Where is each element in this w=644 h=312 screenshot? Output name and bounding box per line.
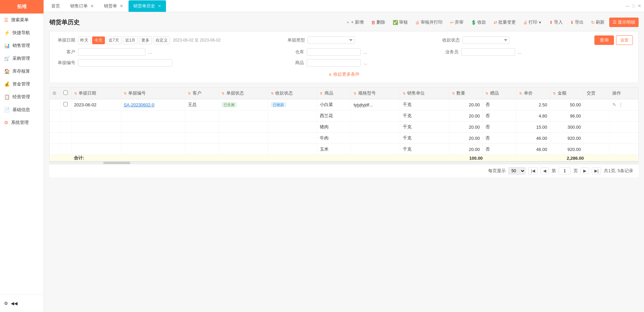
tab-sales-history[interactable]: 销货单历史 ✕ <box>129 0 166 12</box>
row-checkbox <box>60 144 71 155</box>
prev-page-button[interactable]: ◀ <box>540 167 549 174</box>
tab-sales-order[interactable]: 销售订单 ✕ <box>65 0 99 12</box>
filter-payment-status-group: 收款状态 <box>440 36 589 44</box>
sales-unit-col-header[interactable]: ⇅ 销售单位 <box>400 87 449 99</box>
date-btn-today[interactable]: 今天 <box>92 36 105 44</box>
warehouse-label: 仓库 <box>284 49 304 55</box>
export-button[interactable]: ⬇ 导出 <box>567 18 586 27</box>
amount-col-header[interactable]: ⇅ 金额 <box>550 87 584 99</box>
discard-button[interactable]: ↩ 弃审 <box>447 18 466 27</box>
row-doc-no <box>121 144 185 155</box>
refresh-button[interactable]: ↻ 刷新 <box>588 18 607 27</box>
sort-icon-goods: ⇅ <box>320 92 323 95</box>
doc-no-input[interactable] <box>78 59 172 67</box>
last-page-button[interactable]: ▶| <box>592 167 601 174</box>
sidebar-item-search-menu[interactable]: ☰ 搜索菜单 <box>0 14 44 26</box>
doc-type-select[interactable] <box>308 36 355 44</box>
tab-close-sales-history[interactable]: ✕ <box>158 4 161 8</box>
row-transaction <box>584 133 610 144</box>
sidebar-item-system-mgmt[interactable]: ⚙ 系统管理 <box>0 116 44 129</box>
close-icon[interactable]: ✕ <box>638 3 641 8</box>
salesperson-input[interactable] <box>461 48 515 56</box>
doc-status-col-header[interactable]: ⇅ 单据状态 <box>219 87 268 99</box>
tab-close-sales-goods[interactable]: ✕ <box>120 4 123 8</box>
delete-button[interactable]: 🗑 删除 <box>368 18 388 27</box>
row-doc-date <box>71 122 121 133</box>
row-sales-unit: 千克 <box>400 99 449 110</box>
page-size-select[interactable]: 50 10 20 100 <box>508 167 526 175</box>
filter-settings-button[interactable]: 设置 <box>616 35 633 45</box>
spec-col-header[interactable]: ⇅ 规格型号 <box>351 87 400 99</box>
select-all-checkbox[interactable] <box>63 90 68 95</box>
gift-col-header[interactable]: ⇅ 赠品 <box>483 87 516 99</box>
sidebar-item-basic-info[interactable]: 📄 基础信息 <box>0 103 44 116</box>
maximize-icon[interactable]: □ <box>632 3 635 8</box>
salesperson-ellipsis-btn[interactable]: ... <box>518 49 522 55</box>
row-sales-unit: 千克 <box>400 133 449 144</box>
minimize-icon[interactable]: — <box>625 3 629 8</box>
import-button[interactable]: ⬆ 导入 <box>547 18 565 27</box>
new-button[interactable]: ＋ + 新增 <box>343 18 366 27</box>
row-checkbox <box>60 110 71 122</box>
print-button[interactable]: 🖨 打印 ▼ <box>521 18 544 27</box>
sidebar-item-inventory-calc[interactable]: 🏠 库存核算 <box>0 65 44 78</box>
totals-unit-price <box>516 155 550 161</box>
row-amount: 920.00 <box>550 133 584 144</box>
settings-col-header[interactable]: ⚙ <box>50 87 60 99</box>
sidebar-item-quick-nav[interactable]: ⚡ 快捷导航 <box>0 26 44 39</box>
edit-action-icon[interactable]: ✎ <box>612 102 616 107</box>
warehouse-ellipsis-btn[interactable]: ... <box>363 49 367 55</box>
tab-home[interactable]: 首页 <box>47 0 65 12</box>
next-page-button[interactable]: ▶ <box>581 167 589 174</box>
goods-ellipsis-btn[interactable]: ... <box>363 60 367 66</box>
customer-ellipsis-btn[interactable]: ... <box>148 49 152 55</box>
collapse-button[interactable]: ∧ 收起更多条件 <box>329 70 360 79</box>
sidebar-item-operation-mgmt[interactable]: 📋 经营管理 <box>0 90 44 103</box>
row-customer <box>185 133 219 144</box>
batch-change-button[interactable]: ⇄ 批量变更 <box>491 18 519 27</box>
qty-col-header[interactable]: ⇅ 数量 <box>449 87 483 99</box>
tab-sales-goods[interactable]: 销货单 ✕ <box>99 0 128 12</box>
doc-no-link[interactable]: SA-20230602-0 <box>124 102 155 107</box>
date-btn-7days[interactable]: 近7天 <box>106 36 121 44</box>
date-btn-yesterday[interactable]: 昨天 <box>78 36 91 44</box>
totals-amount: 2,286.00 <box>550 155 584 161</box>
date-btn-1month[interactable]: 近1月 <box>123 36 138 44</box>
collect-icon: 💲 <box>471 20 476 25</box>
page-number-input[interactable] <box>559 167 571 174</box>
query-button[interactable]: 查询 <box>594 35 614 45</box>
tab-close-sales-order[interactable]: ✕ <box>90 4 94 8</box>
doc-no-col-header[interactable]: ⇅ 单据编号 <box>121 87 185 99</box>
row-unit-price: 15.00 <box>516 122 550 133</box>
unit-price-col-header[interactable]: ⇅ 单价 <box>516 87 550 99</box>
customer-col-header[interactable]: ⇅ 客户 <box>185 87 219 99</box>
more-action-icon[interactable]: ⋮ <box>618 102 623 107</box>
row-qty: 20.00 <box>449 144 483 155</box>
doc-date-col-header[interactable]: ⇅ 单据日期 <box>71 87 121 99</box>
sidebar-bottom-item[interactable]: ⚙ ◀◀ <box>0 297 44 309</box>
horizontal-scrollbar[interactable] <box>49 161 639 164</box>
filter-row-3: 单据编号 商品 ... <box>55 59 633 67</box>
customer-input[interactable] <box>78 48 145 56</box>
row-actions <box>609 133 638 144</box>
first-page-button[interactable]: |◀ <box>528 167 538 174</box>
date-btn-custom[interactable]: 自定义 <box>153 36 170 44</box>
sort-icon-customer: ⇅ <box>188 92 191 95</box>
display-detail-button[interactable]: ☰ 显示明细 <box>609 18 639 27</box>
row-select-checkbox[interactable] <box>63 102 68 106</box>
collect-button[interactable]: 💲 收款 <box>468 18 489 27</box>
audit-print-button[interactable]: 🖨 审核并打印 <box>413 18 445 27</box>
payment-status-col-header[interactable]: ⇅ 收款状态 <box>268 87 317 99</box>
sidebar-item-sales-mgmt[interactable]: 📊 销售管理 <box>0 39 44 52</box>
date-btn-more[interactable]: 更多 <box>139 36 152 44</box>
sidebar-item-finance-mgmt[interactable]: 💰 资金管理 <box>0 78 44 90</box>
row-goods: 小白菜 <box>317 99 351 110</box>
goods-col-header[interactable]: ⇅ 商品 <box>317 87 351 99</box>
warehouse-input[interactable] <box>307 48 361 56</box>
filter-customer-group: 客户 ... <box>55 48 278 56</box>
goods-input[interactable] <box>307 59 361 67</box>
payment-status-select[interactable] <box>463 36 510 44</box>
column-settings-icon: ⚙ <box>52 90 57 96</box>
audit-button[interactable]: ✅ 审核 <box>390 18 411 27</box>
sidebar-item-purchase-mgmt[interactable]: 🛒 采购管理 <box>0 52 44 65</box>
